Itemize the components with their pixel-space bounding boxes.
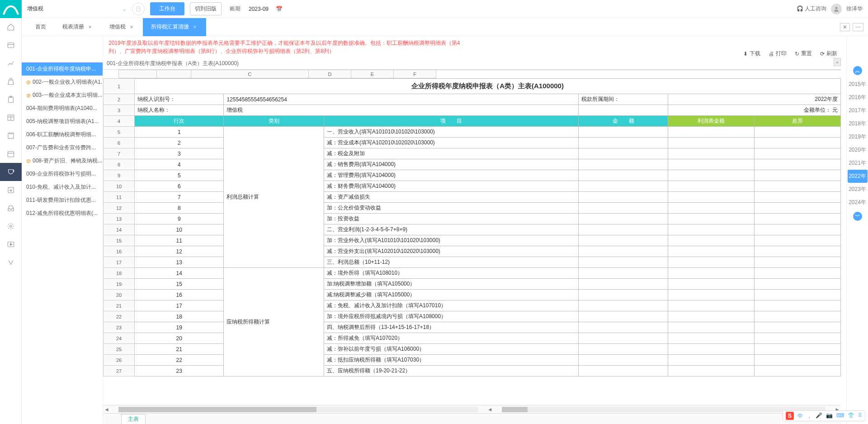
download-button[interactable]: ⬇ 下载 [743,50,760,57]
diff-cell[interactable] [754,344,840,355]
horizontal-scrollbar[interactable]: ◄ ◄ ► [103,405,841,413]
ime-item[interactable]: 👕 [848,412,854,420]
pl-cell[interactable] [668,181,754,192]
ime-item[interactable]: 🎤 [816,412,822,420]
amount-cell[interactable] [579,290,668,300]
ime-item[interactable]: ⌨ [836,412,844,420]
year-option[interactable]: 2020年 [848,143,868,157]
row-number[interactable]: 9 [104,170,135,181]
amount-cell[interactable] [579,333,668,344]
row-number[interactable]: 1 [104,79,135,94]
diff-cell[interactable] [754,333,840,344]
sheet-expand-icon[interactable]: » [834,58,841,66]
diff-cell[interactable] [754,355,840,366]
amount-cell[interactable] [579,344,668,355]
period-value[interactable]: 2023-09 [249,6,269,12]
sheet-tab-main[interactable]: 主表 [121,414,146,424]
row-number[interactable]: 8 [104,159,135,170]
row-number[interactable]: 10 [104,181,135,192]
diff-cell[interactable] [754,268,840,279]
year-option[interactable]: 2021年 [848,157,868,170]
doc-icon[interactable] [132,3,145,15]
diff-cell[interactable] [754,224,840,235]
amount-cell[interactable] [579,127,668,138]
nav-card-icon[interactable] [0,36,22,54]
close-icon[interactable]: × [87,24,93,30]
pl-cell[interactable] [668,257,754,268]
col-header[interactable] [157,70,191,78]
diff-cell[interactable] [754,279,840,290]
amount-cell[interactable] [579,246,668,257]
amount-cell[interactable] [579,279,668,290]
year-down-icon[interactable]: ︾ [853,212,862,221]
amount-cell[interactable] [579,181,668,192]
row-number[interactable]: 17 [104,257,135,268]
amount-cell[interactable] [579,366,668,376]
year-option[interactable]: 2024年 [848,196,868,209]
nav-clipboard-icon[interactable] [0,91,22,109]
year-option[interactable]: 2018年 [848,117,868,130]
amount-cell[interactable] [579,159,668,170]
year-up-icon[interactable]: ︽ [853,66,862,75]
pl-cell[interactable] [668,214,754,224]
pl-cell[interactable] [668,300,754,311]
row-number[interactable]: 12 [104,203,135,214]
col-header[interactable]: D [309,70,351,78]
close-icon[interactable]: × [128,24,135,30]
page-tab-0[interactable]: 首页 [27,18,54,36]
row-number[interactable]: 20 [104,290,135,300]
amount-cell[interactable] [579,138,668,148]
amount-cell[interactable] [579,257,668,268]
row-number[interactable]: 22 [104,311,135,322]
row-number[interactable]: 19 [104,279,135,290]
nav-ruler-icon[interactable] [0,127,22,145]
row-number[interactable]: 15 [104,235,135,246]
nav-inbox-icon[interactable] [0,199,22,217]
diff-cell[interactable] [754,170,840,181]
row-number[interactable]: 7 [104,148,135,159]
pl-cell[interactable] [668,333,754,344]
amount-cell[interactable] [579,148,668,159]
diff-cell[interactable] [754,366,840,376]
amount-cell[interactable] [579,203,668,214]
pl-cell[interactable] [668,366,754,376]
switch-old-button[interactable]: 切到旧版 [190,2,222,15]
diff-cell[interactable] [754,159,840,170]
diff-cell[interactable] [754,148,840,159]
row-number[interactable]: 2 [104,94,135,105]
row-number[interactable]: 13 [104,214,135,224]
year-option[interactable]: 2019年 [848,130,868,143]
year-option[interactable]: 2022年 [848,170,868,183]
reset-button[interactable]: ↻ 重置 [795,50,812,57]
amount-cell[interactable] [579,311,668,322]
row-number[interactable]: 21 [104,300,135,311]
print-button[interactable]: 🖨 打印 [769,50,787,57]
amount-cell[interactable] [579,170,668,181]
pl-cell[interactable] [668,170,754,181]
amount-cell[interactable] [579,224,668,235]
nav-calendar-icon[interactable] [0,145,22,163]
amount-cell[interactable] [579,214,668,224]
nav-cup-icon[interactable] [0,163,22,181]
amount-cell[interactable] [579,355,668,366]
row-number[interactable]: 16 [104,246,135,257]
tab-close-all-icon[interactable]: ✕ [840,23,850,31]
pl-cell[interactable] [668,344,754,355]
diff-cell[interactable] [754,322,840,333]
diff-cell[interactable] [754,290,840,300]
page-tab-1[interactable]: 税表清册× [54,18,101,36]
col-header[interactable]: C [191,70,309,78]
nav-video-icon[interactable] [0,235,22,253]
year-option[interactable]: 2016年 [848,91,868,104]
amount-cell[interactable] [579,300,668,311]
pl-cell[interactable] [668,159,754,170]
page-tab-3[interactable]: 所得税汇算清缴× [143,18,206,36]
calendar-icon[interactable]: 📅 [276,6,283,12]
row-number[interactable]: 26 [104,355,135,366]
pl-cell[interactable] [668,268,754,279]
nav-table-icon[interactable] [0,109,22,127]
pl-cell[interactable] [668,192,754,203]
row-number[interactable]: 24 [104,333,135,344]
user-name[interactable]: 徐泽华 [846,5,863,13]
row-number[interactable]: 5 [104,127,135,138]
